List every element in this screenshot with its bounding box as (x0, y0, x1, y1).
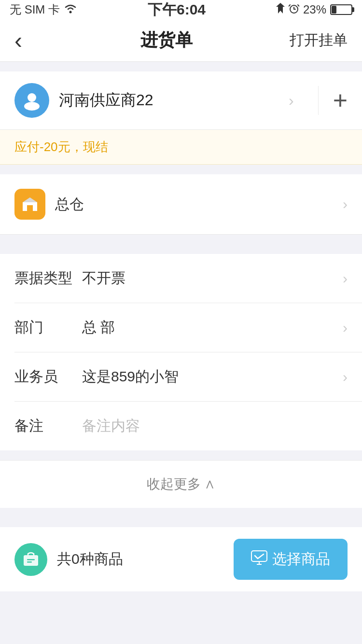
svg-rect-6 (27, 559, 35, 560)
collapse-label: 收起更多 ∧ (147, 475, 216, 493)
warehouse-chevron-icon: › (343, 196, 348, 212)
supplier-avatar (14, 83, 49, 118)
supplier-section: 河南供应商22 › + 应付-20元，现结 (0, 71, 362, 165)
department-row[interactable]: 部门 总 部 › (0, 303, 362, 352)
department-label: 部门 (14, 318, 82, 337)
status-right: 23% (276, 3, 352, 16)
invoice-type-chevron-icon: › (343, 270, 348, 287)
carrier-text: 无 SIM 卡 (10, 2, 60, 17)
svg-rect-4 (27, 205, 33, 211)
add-supplier-button[interactable]: + (319, 86, 362, 115)
salesperson-chevron-icon: › (343, 369, 348, 385)
salesperson-value: 这是859的小智 (82, 367, 343, 387)
warehouse-row[interactable]: 总仓 › (0, 174, 362, 235)
product-icon (14, 543, 47, 576)
page-body: 无 SIM 卡 下午6:04 (0, 0, 362, 644)
invoice-type-label: 票据类型 (14, 268, 82, 288)
supplier-name: 河南供应商22 (59, 90, 289, 111)
svg-point-0 (70, 11, 72, 14)
remark-row[interactable]: 备注 备注内容 (0, 402, 362, 450)
select-product-label: 选择商品 (272, 549, 330, 569)
battery-icon (330, 4, 352, 15)
invoice-type-row[interactable]: 票据类型 不开票 › (0, 254, 362, 303)
warehouse-name: 总仓 (55, 195, 343, 214)
wifi-icon (64, 3, 77, 16)
notice-text: 应付-20元，现结 (14, 140, 108, 154)
bottom-section: 共0种商品 选择商品 (0, 527, 362, 591)
form-section: 票据类型 不开票 › 部门 总 部 › 业务员 这是859的小智 › 备注 备注… (0, 254, 362, 450)
alarm-icon (289, 3, 299, 16)
remark-placeholder[interactable]: 备注内容 (82, 416, 348, 436)
battery-percent: 23% (303, 3, 326, 16)
status-bar: 无 SIM 卡 下午6:04 (0, 0, 362, 19)
department-chevron-icon: › (343, 320, 348, 336)
select-product-icon (251, 550, 267, 568)
svg-rect-5 (24, 555, 38, 566)
supplier-chevron-icon: › (289, 92, 294, 110)
notice-banner: 应付-20元，现结 (0, 130, 362, 165)
time-display: 下午6:04 (148, 0, 206, 20)
salesperson-row[interactable]: 业务员 这是859的小智 › (0, 352, 362, 401)
select-product-button[interactable]: 选择商品 (234, 539, 348, 580)
location-icon (276, 3, 285, 16)
back-button[interactable]: ‹ (14, 27, 43, 54)
svg-rect-7 (27, 561, 32, 563)
status-left: 无 SIM 卡 (10, 2, 77, 17)
collapse-row[interactable]: 收起更多 ∧ (0, 460, 362, 508)
nav-bar: ‹ 进货单 打开挂单 (0, 19, 362, 62)
invoice-type-value: 不开票 (82, 268, 343, 288)
department-value: 总 部 (82, 318, 343, 337)
page-title: 进货单 (140, 28, 193, 52)
salesperson-label: 业务员 (14, 367, 82, 387)
remark-label: 备注 (14, 416, 82, 436)
open-pending-button[interactable]: 打开挂单 (290, 30, 348, 50)
warehouse-icon (14, 189, 45, 220)
svg-rect-8 (251, 551, 267, 561)
supplier-row[interactable]: 河南供应商22 › (0, 71, 318, 129)
svg-point-2 (28, 93, 36, 102)
svg-point-3 (24, 102, 40, 111)
product-count: 共0种商品 (57, 549, 234, 569)
